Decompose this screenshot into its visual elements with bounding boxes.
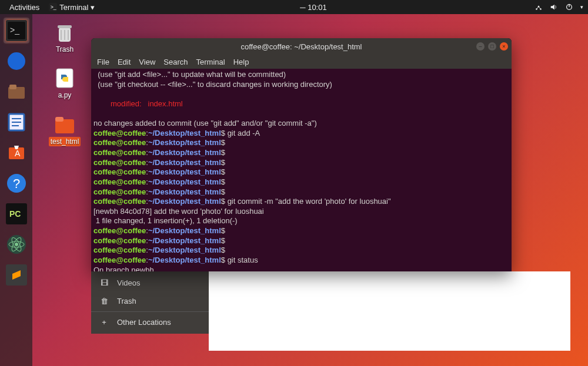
dock-item-writer[interactable] [4,109,29,135]
desktop-icon-label: test_html [49,137,81,146]
terminal-line: [newbh 84c0d78] add the word 'photo' for… [93,207,509,217]
menu-edit[interactable]: Edit [118,58,131,66]
dock-item-pycharm[interactable]: PC [4,201,29,227]
svg-text:?: ? [13,176,20,191]
svg-text:>_: >_ [10,25,19,35]
svg-marker-7 [551,5,554,10]
files-sidebar-item-trash[interactable]: 🗑Trash [91,292,209,310]
window-close-button[interactable]: × [500,42,508,51]
terminal-line: (use "git checkout -- <file>..." to disc… [93,80,509,90]
app-menu[interactable]: >_ Terminal ▾ [44,3,99,12]
terminal-line: coffee@coffee:~/Desktop/test_html$ git a… [93,129,509,139]
terminal-line: coffee@coffee:~/Desktop/test_html$ [93,158,509,168]
activities-button[interactable]: Activities [5,3,44,12]
desktop-icon-trash[interactable]: Trash [41,21,88,53]
system-tray[interactable]: ▾ [534,3,583,11]
terminal-menubar: FileEditViewSearchTerminalHelp [91,55,512,69]
files-sidebar: 🎞Videos🗑Trash+Other Locations [91,271,209,334]
files-sidebar-item-other-locations[interactable]: +Other Locations [91,311,209,331]
terminal-line: coffee@coffee:~/Desktop/test_html$ [93,226,509,236]
svg-rect-36 [58,25,72,28]
terminal-content[interactable]: (use "git add <file>..." to update what … [91,69,512,271]
chevron-down-icon: ▾ [580,4,583,10]
menu-help[interactable]: Help [233,58,249,66]
power-icon[interactable] [565,3,573,11]
svg-line-6 [539,6,541,9]
svg-point-13 [8,52,25,70]
launcher-dock: >_A?PC [0,14,32,366]
desktop-icon-test-html-folder[interactable]: test_html [41,112,88,146]
sidebar-item-icon: 🗑 [99,297,109,305]
terminal-line: On branch newbh [93,266,509,272]
sidebar-item-icon: + [99,318,109,327]
terminal-line: 1 file changed, 1 insertion(+), 1 deleti… [93,216,509,226]
dock-item-terminal[interactable]: >_ [4,18,29,43]
desktop: Trasha.pytest_html [41,21,88,146]
menu-view[interactable]: View [139,58,155,66]
terminal-line: coffee@coffee:~/Desktop/test_html$ [93,148,509,158]
a-py-icon [53,66,76,90]
terminal-line: coffee@coffee:~/Desktop/test_html$ [93,187,509,197]
terminal-line: coffee@coffee:~/Desktop/test_html$ [93,138,509,148]
window-titlebar[interactable]: coffee@coffee: ~/Desktop/test_html – □ × [91,38,512,55]
volume-icon[interactable] [550,3,558,11]
terminal-line: coffee@coffee:~/Desktop/test_html$ [93,177,509,187]
trash-icon [53,21,76,44]
dock-item-help[interactable]: ? [4,170,29,196]
dock-item-firefox[interactable] [4,48,29,74]
dock-item-files[interactable] [4,79,29,105]
terminal-line: coffee@coffee:~/Desktop/test_html$ git s… [93,256,509,266]
network-icon[interactable] [534,3,543,11]
sidebar-item-label: Videos [117,278,141,287]
terminal-line: coffee@coffee:~/Desktop/test_html$ [93,167,509,177]
svg-text:PC: PC [9,209,21,219]
terminal-line: (use "git add <file>..." to update what … [93,70,509,80]
svg-text:A: A [15,149,21,158]
test-html-folder-icon [53,112,76,136]
files-content-pane[interactable] [209,271,570,351]
terminal-window: coffee@coffee: ~/Desktop/test_html – □ ×… [91,38,512,271]
desktop-icon-label: Trash [56,45,74,53]
terminal-line: coffee@coffee:~/Desktop/test_html$ [93,236,509,246]
window-minimize-button[interactable]: – [476,42,485,51]
terminal-line [93,109,509,119]
sidebar-item-icon: 🎞 [99,278,109,287]
terminal-line: no changes added to commit (use "git add… [93,119,509,129]
menu-file[interactable]: File [97,58,109,66]
svg-line-5 [536,6,539,9]
svg-text:>_: >_ [51,4,56,10]
clock[interactable]: ─ 10:01 [300,3,326,12]
terminal-line [93,89,509,99]
terminal-icon: >_ [49,3,57,11]
terminal-line: coffee@coffee:~/Desktop/test_html$ [93,246,509,256]
menu-search[interactable]: Search [163,58,188,66]
window-maximize-button[interactable]: □ [488,42,496,51]
svg-rect-15 [9,85,16,89]
dock-item-sublime[interactable] [4,262,29,288]
top-panel: Activities >_ Terminal ▾ ─ 10:01 ▾ [0,0,588,14]
dock-item-atom[interactable] [4,231,29,257]
menu-terminal[interactable]: Terminal [196,58,225,66]
terminal-line: modified: index.html [93,99,509,109]
dock-item-software[interactable]: A [4,140,29,166]
svg-point-29 [15,243,18,246]
terminal-line: coffee@coffee:~/Desktop/test_html$ git c… [93,197,509,207]
desktop-icon-a-py[interactable]: a.py [41,66,88,99]
desktop-icon-label: a.py [58,91,72,99]
files-sidebar-item-videos[interactable]: 🎞Videos [91,274,209,292]
window-title: coffee@coffee: ~/Desktop/test_html [240,42,362,51]
sidebar-item-label: Trash [117,297,136,305]
svg-rect-42 [55,117,64,122]
sidebar-item-label: Other Locations [117,318,171,327]
